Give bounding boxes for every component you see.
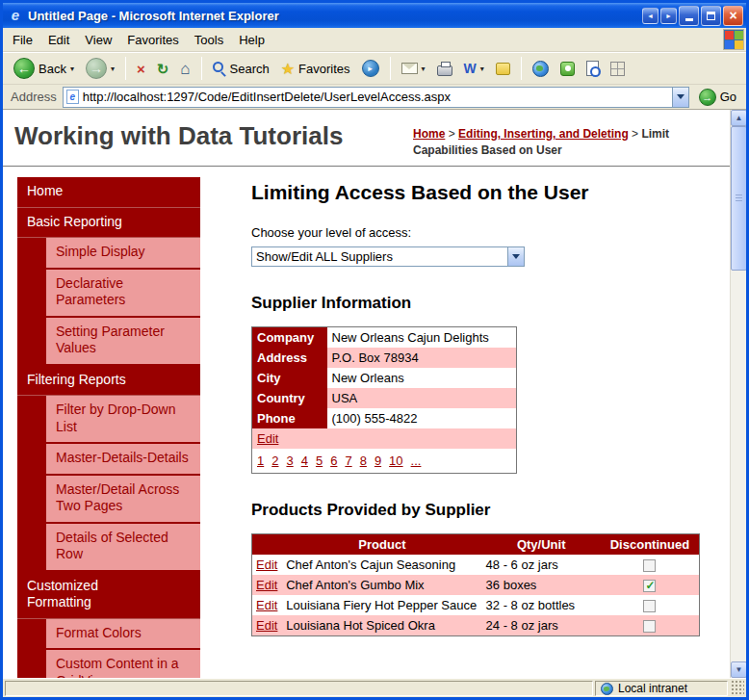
sidebar-item-master-details-details[interactable]: Master-Details-Details (46, 444, 200, 476)
page-content: Working with Data Tutorials Home > Editi… (3, 110, 746, 678)
access-level-dropdown[interactable]: Show/Edit ALL Suppliers (251, 246, 525, 267)
breadcrumb-separator: > (449, 127, 455, 141)
edit-dropdown-icon: ▾ (480, 65, 484, 73)
column-header: Product (282, 534, 481, 556)
print-button[interactable] (432, 60, 457, 78)
menu-view[interactable]: View (77, 30, 119, 50)
table-header-row: Product Qty/Unit Discontinued (252, 534, 700, 556)
pager-link[interactable]: 10 (389, 454, 402, 468)
links-button[interactable] (606, 60, 630, 78)
mail-icon (401, 63, 418, 74)
breadcrumb-link-editing[interactable]: Editing, Inserting, and Deleting (458, 127, 629, 141)
back-icon: ← (13, 58, 35, 79)
forward-icon: → (86, 58, 107, 79)
product-name: Chef Anton's Gumbo Mix (282, 575, 481, 595)
discontinued-checkbox[interactable] (643, 580, 656, 592)
stop-button[interactable]: × (132, 60, 150, 78)
browser-window: e Untitled Page - Microsoft Internet Exp… (0, 0, 749, 700)
edit-product-link[interactable]: Edit (256, 557, 277, 572)
home-button[interactable]: ⌂ (175, 59, 194, 79)
close-button[interactable]: × (723, 6, 743, 26)
edit-product-link[interactable]: Edit (256, 578, 277, 592)
back-button[interactable]: ← Back ▾ (9, 56, 79, 81)
search-button[interactable]: Search (208, 60, 274, 78)
product-qty: 36 boxes (482, 575, 601, 595)
maximize-icon (707, 12, 715, 20)
sidebar-item-simple-display[interactable]: Simple Display (46, 238, 200, 270)
forward-button[interactable]: → ▾ (81, 56, 119, 81)
title-bar: e Untitled Page - Microsoft Internet Exp… (3, 3, 746, 28)
status-bar: Local intranet (3, 678, 746, 697)
mail-button[interactable]: ▾ (397, 61, 430, 76)
scroll-up-button[interactable]: ▲ (731, 110, 746, 126)
sidebar-item-format-colors[interactable]: Format Colors (46, 619, 200, 651)
field-label: City (252, 368, 327, 388)
pager-link[interactable]: 8 (360, 454, 367, 468)
edit-product-link[interactable]: Edit (256, 598, 277, 612)
go-button[interactable]: → Go (695, 89, 740, 106)
scrollbar-thumb[interactable] (731, 126, 746, 271)
msn-button[interactable] (528, 59, 554, 79)
table-row: City New Orleans (252, 368, 517, 388)
media-icon: ▸ (362, 60, 379, 77)
menu-favorites[interactable]: Favorites (119, 30, 186, 50)
sidebar-item-filter-by-drop-down-list[interactable]: Filter by Drop-Down List (46, 396, 200, 444)
sidebar-item-customized-formatting[interactable]: Customized Formatting (17, 572, 200, 619)
menu-file[interactable]: File (5, 30, 40, 50)
discontinued-checkbox[interactable] (643, 620, 656, 633)
messenger-button[interactable] (555, 60, 580, 78)
titlebar-small-button-right[interactable]: ► (660, 8, 677, 24)
discontinued-checkbox[interactable] (643, 600, 656, 612)
discontinued-checkbox[interactable] (643, 559, 656, 572)
minimize-button[interactable] (679, 6, 699, 26)
supplier-details-table: Company New Orleans Cajun Delights Addre… (251, 326, 517, 474)
toolbar-separator (201, 57, 202, 80)
sidebar-item-declarative-parameters[interactable]: Declarative Parameters (46, 270, 200, 318)
scroll-down-button[interactable]: ▼ (731, 661, 746, 678)
menu-tools[interactable]: Tools (187, 30, 231, 50)
sidebar-item-filtering-reports[interactable]: Filtering Reports (17, 366, 200, 397)
address-url[interactable]: http://localhost:1297/Code/EditInsertDel… (83, 90, 668, 104)
pager-link[interactable]: 1 (257, 454, 264, 468)
sidebar-item-setting-parameter-values[interactable]: Setting Parameter Values (46, 318, 200, 366)
research-button[interactable] (581, 59, 604, 78)
supplier-section-title: Supplier Information (251, 294, 708, 313)
sidebar-item-basic-reporting[interactable]: Basic Reporting (17, 208, 200, 239)
pager-link[interactable]: 4 (301, 454, 308, 468)
dropdown-button[interactable] (507, 247, 524, 266)
pager-link[interactable]: 7 (345, 454, 351, 468)
sidebar-item-custom-content-gridview[interactable]: Custom Content in a GridView (46, 650, 200, 678)
vertical-scrollbar[interactable]: ▲ ▼ (730, 110, 746, 678)
favorites-button[interactable]: ★ Favorites (276, 58, 355, 80)
sidebar-item-details-of-selected-row[interactable]: Details of Selected Row (46, 524, 200, 572)
maximize-button[interactable] (701, 6, 721, 26)
edit-supplier-link[interactable]: Edit (257, 431, 278, 446)
address-dropdown-button[interactable] (672, 88, 688, 107)
pager-link[interactable]: 5 (316, 454, 323, 468)
breadcrumb-link-home[interactable]: Home (413, 127, 445, 141)
field-label: Address (252, 348, 327, 368)
edit-product-link[interactable]: Edit (256, 618, 277, 633)
pager-link[interactable]: 9 (374, 454, 381, 468)
pager-link[interactable]: 3 (286, 454, 293, 468)
ie-logo-icon: e (8, 8, 23, 23)
product-qty: 24 - 8 oz jars (482, 615, 601, 636)
refresh-button[interactable]: ↻ (152, 60, 174, 78)
window-title: Untitled Page - Microsoft Internet Explo… (28, 9, 637, 23)
address-input[interactable]: e http://localhost:1297/Code/EditInsertD… (63, 87, 689, 108)
product-name: Chef Anton's Cajun Seasoning (282, 555, 481, 575)
titlebar-small-button-left[interactable]: ◄ (642, 8, 659, 24)
pager-link[interactable]: ... (411, 454, 422, 468)
sidebar-item-home[interactable]: Home (17, 177, 200, 208)
menu-edit[interactable]: Edit (40, 30, 77, 50)
discuss-button[interactable] (491, 61, 515, 77)
edit-button[interactable]: W ▾ (459, 59, 489, 78)
pager-link[interactable]: 6 (330, 454, 337, 468)
resize-grip[interactable] (730, 681, 744, 696)
pager-link[interactable]: 2 (271, 454, 278, 468)
menu-help[interactable]: Help (231, 30, 272, 50)
media-button[interactable]: ▸ (357, 58, 384, 79)
main-content: Limiting Access Based on the User Choose… (251, 173, 708, 636)
sidebar-item-master-detail-across-two-pages[interactable]: Master/Detail Across Two Pages (46, 476, 200, 524)
field-label: Phone (252, 408, 327, 428)
